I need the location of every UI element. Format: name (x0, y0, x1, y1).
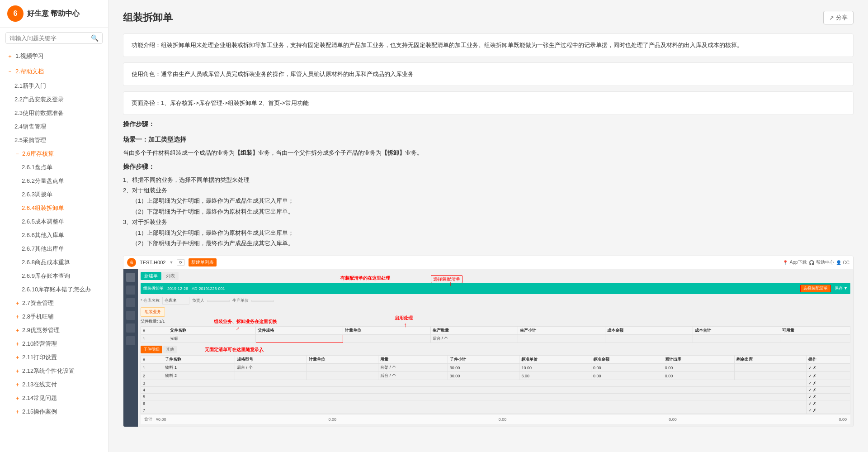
sim-biz-type-bar: 组装业务 (141, 307, 165, 317)
sidebar-item-stock9[interactable]: 2.6.9库存账本查询 (0, 269, 108, 283)
search-input[interactable] (9, 35, 91, 42)
sim-lr1-unit (307, 364, 378, 372)
sidebar-item-data[interactable]: 2.3使用前数据准备 (0, 106, 108, 120)
sidebar-item-purchase[interactable]: 2.5采购管理 (0, 133, 108, 147)
minus-icon-inventory: － (14, 150, 20, 158)
sim-person-input (207, 300, 230, 302)
sim-lcol-sub: 子件小计 (448, 356, 519, 364)
sim-lower-tab-sub: 子件明细 (141, 346, 162, 353)
sim-lr2-num: 2 (141, 372, 163, 380)
sim-lr7-op: ✓ ✗ (806, 407, 850, 414)
sim-col-num: # (141, 327, 168, 335)
path-intro-box: 页面路径：1、库存核算->库存管理->组装拆卸单 2、首页->常用功能 (123, 91, 854, 115)
sidebar-item-stock8[interactable]: 2.6.8商品成本重算 (0, 256, 108, 269)
sim-tab-new: 新建单 (141, 272, 161, 280)
share-button[interactable]: ↗ 分享 (823, 11, 854, 24)
sim-lcol-qty: 用量 (378, 356, 448, 364)
search-bar[interactable]: 🔍 (5, 32, 103, 44)
sim-cell-avail-val (780, 335, 850, 343)
sim-sub-form: * 仓库名称 仓库名 负责人 生产单位 (141, 296, 850, 305)
sim-lr7-empty (163, 407, 807, 414)
sidebar-item-ops[interactable]: ＋ 2.10经营管理 (0, 337, 108, 351)
sidebar-item-stock4[interactable]: 2.6.4组装拆卸单 (0, 201, 108, 215)
sim-company: TEST-H002 (140, 260, 165, 265)
step2-1: （1）上部明细为父件明细，最终作为产成品生成其它入库单； (123, 195, 854, 206)
sidebar-item-stock3[interactable]: 2.6.3调拨单 (0, 188, 108, 201)
expand-icon-docs: － (7, 68, 13, 76)
nav-label-video: 1.视频学习 (15, 52, 44, 60)
sim-lr2-unit (307, 372, 378, 380)
sim-lr4-num: 4 (141, 387, 163, 394)
sim-lower-section: 子件明细 其他 # 子件名称 规格型号 计量单位 用量 (141, 346, 850, 414)
sim-col-unit: 计量单位 (343, 327, 430, 335)
nav-section-video[interactable]: ＋ 1.视频学习 (0, 48, 108, 64)
scene1-section: 场景一：加工类型选择 当由多个子件材料组装成一个成品的业务为【组装】业务，当由一… (123, 136, 854, 248)
step3: 3、对于拆装业务 (123, 217, 854, 227)
sim-cell-total-val (693, 335, 780, 343)
steps-title: 操作步骤： (123, 120, 854, 128)
sim-lcol-num: # (141, 356, 163, 364)
sidebar-item-finance[interactable]: ＋ 2.7资金管理 (0, 296, 108, 310)
share-icon: ↗ (829, 14, 834, 21)
sim-nav-4 (126, 324, 135, 333)
sidebar-item-stock7[interactable]: 2.6.7其他出库单 (0, 242, 108, 256)
sim-nav-1 (126, 285, 135, 295)
sidebar-item-stock5[interactable]: 2.6.5成本调整单 (0, 215, 108, 228)
nav-section-docs[interactable]: － 2.帮助文档 (0, 64, 108, 79)
sim-lr5-num: 5 (141, 394, 163, 400)
scene1-steps-title: 操作步骤： (123, 163, 854, 171)
main-content: 组装拆卸单 ↗ 分享 功能介绍：组装拆卸单用来处理企业组装或拆卸等加工业务，支持… (108, 0, 868, 452)
sidebar-item-mobile[interactable]: ＋ 2.8手机旺辅 (0, 310, 108, 324)
screenshot-container: 6 TEST-H002 ▼ ⟳ 新建单列表 📍App下载🎧帮助中心👤CC (123, 256, 854, 427)
function-intro-box: 功能介绍：组装拆卸单用来处理企业组装或拆卸等加工业务，支持有固定装配清单的产品加… (123, 33, 854, 57)
sim-col-qty: 生产数量 (430, 327, 518, 335)
sim-lr1-spec: 后台 / 个 (235, 364, 307, 372)
sim-lcol-amount: 标准金额 (591, 356, 663, 364)
sim-lower-row-2: 2 物料 2 后台 / 个 30.00 6.00 0.00 0.00 (141, 372, 850, 380)
sim-col-cost: 成本金额 (605, 327, 693, 335)
sim-col-name: 父件名称 (168, 327, 255, 335)
sidebar-item-case[interactable]: ＋ 2.15操作案例 (0, 405, 108, 423)
sim-nav-2 (126, 298, 135, 307)
sim-ui: 6 TEST-H002 ▼ ⟳ 新建单列表 📍App下载🎧帮助中心👤CC (123, 256, 853, 427)
sidebar-item-payment[interactable]: ＋ 2.13在线支付 (0, 378, 108, 391)
sidebar-item-stock1[interactable]: 2.6.1盘点单 (0, 161, 108, 174)
step2-2: （2）下部明细为子件明细，最终作为原材料生成其它出库单。 (123, 206, 854, 217)
sidebar-item-stock10[interactable]: 2.6.10库存账本错了怎么办 (0, 283, 108, 296)
search-icon[interactable]: 🔍 (91, 34, 99, 42)
plus-icon-case: ＋ (14, 408, 20, 416)
sidebar-item-stock6[interactable]: 2.6.6其他入库单 (0, 228, 108, 242)
sidebar-item-system[interactable]: ＋ 2.12系统个性化设置 (0, 364, 108, 378)
sim-spacer: ▼ (169, 260, 173, 265)
sim-lower-row-1: 1 物料 1 后台 / 个 台架 / 个 30.00 10.00 0.00 0.… (141, 364, 850, 372)
step3-1: （1）上部明细为父件明细，最终作为原材料生成其它出库单； (123, 228, 854, 238)
sim-lr2-sub: 30.00 (448, 372, 519, 380)
sim-lower-row-6: 6 ✓ ✗ (141, 400, 850, 407)
sidebar-item-inventory[interactable]: － 2.6库存核算 (0, 147, 108, 161)
sidebar-item-new[interactable]: 2.1新手入门 (0, 79, 108, 93)
sidebar-item-sales[interactable]: 2.4销售管理 (0, 120, 108, 133)
sim-form-label1: * 仓库名称 (141, 298, 160, 304)
sim-cell-unit (343, 335, 430, 343)
app-title: 好生意 帮助中心 (27, 9, 80, 19)
step2: 2、对于组装业务 (123, 185, 854, 195)
sidebar-item-install[interactable]: 2.2产品安装及登录 (0, 93, 108, 106)
sim-lr6-num: 6 (141, 400, 163, 407)
page-header: 组装拆卸单 ↗ 分享 (123, 11, 854, 24)
sim-nav-home (126, 273, 135, 282)
sim-upper-table-label: 父件数量: 1/1 (141, 319, 850, 324)
scene1-title: 场景一：加工类型选择 (123, 136, 854, 144)
plus-icon-print: ＋ (14, 353, 20, 362)
sim-cell-cost-val (605, 335, 693, 343)
sidebar-item-print[interactable]: ＋ 2.11打印设置 (0, 351, 108, 364)
sim-lr7-num: 7 (141, 407, 163, 414)
sim-unit-input (251, 300, 274, 302)
sim-warehouse-input: 仓库名 (162, 297, 189, 305)
sidebar-item-faq[interactable]: ＋ 2.14常见问题 (0, 391, 108, 405)
sidebar-item-coupon[interactable]: ＋ 2.9优惠券管理 (0, 324, 108, 337)
sim-lr6-empty (163, 400, 807, 407)
sim-bill-no: AD-20191226-001 (192, 286, 225, 291)
sidebar-item-stock2[interactable]: 2.6.2分量盘点单 (0, 174, 108, 188)
sim-lcol-price: 标准单价 (519, 356, 591, 364)
expand-icon-video: ＋ (7, 52, 13, 60)
